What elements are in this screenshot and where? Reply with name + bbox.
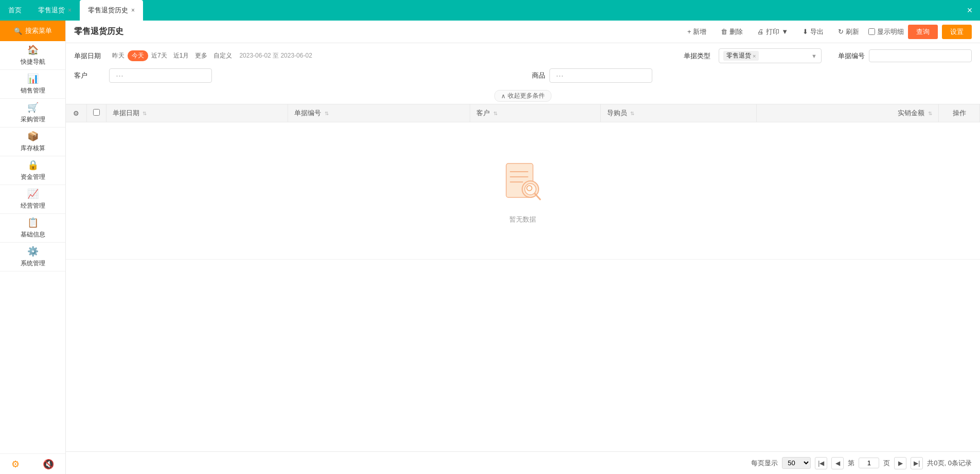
- filter-type-section: 单据类型 零售退货 × ▼: [684, 48, 822, 63]
- sidebar-search[interactable]: 🔍 搜索菜单: [0, 21, 65, 41]
- type-filter-select[interactable]: 零售退货 × ▼: [719, 48, 822, 63]
- tab-home-label: 首页: [8, 6, 22, 15]
- show-detail-checkbox[interactable]: [868, 28, 875, 35]
- page-label: 第: [848, 459, 854, 468]
- prev-page-button[interactable]: ◀: [831, 457, 844, 469]
- table-container: ⚙ 单据日期 ⇅ 单据编号 ⇅ 客户: [66, 104, 980, 451]
- date-range-display: 2023-06-02 至 2023-06-02: [239, 51, 312, 60]
- data-table: ⚙ 单据日期 ⇅ 单据编号 ⇅ 客户: [66, 104, 980, 260]
- new-button[interactable]: + 新增: [682, 25, 711, 39]
- page-size-select[interactable]: 50 20 100: [782, 457, 811, 469]
- query-button[interactable]: 查询: [908, 25, 938, 39]
- refresh-icon: ↻: [838, 28, 844, 35]
- sidebar-item-purchase-mgmt[interactable]: 🛒 采购管理: [0, 99, 65, 127]
- number-filter-label: 单据编号: [838, 51, 865, 61]
- page-title: 零售退货历史: [74, 26, 682, 37]
- search-icon: 🔍: [14, 27, 22, 35]
- show-detail-checkbox-label[interactable]: 显示明细: [868, 27, 904, 37]
- date-opt-today[interactable]: 今天: [128, 50, 148, 61]
- goods-filter-label: 商品: [532, 71, 545, 80]
- tab-retail-return[interactable]: 零售退货 ×: [30, 0, 80, 21]
- delete-icon: 🗑: [721, 28, 727, 35]
- th-date[interactable]: 单据日期 ⇅: [106, 104, 288, 122]
- sidebar-item-inventory[interactable]: 📦 库存核算: [0, 127, 65, 156]
- customer-filter-label: 客户: [74, 71, 105, 80]
- operations-icon: 📈: [27, 188, 39, 199]
- filter-row-date: 单据日期 昨天 今天 近7天 近1月 更多 自定义 2023-06-02 至 2…: [74, 48, 972, 63]
- th-amount[interactable]: 实销金额 ⇅: [757, 104, 939, 122]
- sidebar-item-quick-nav[interactable]: 🏠 快捷导航: [0, 41, 65, 70]
- print-dropdown-icon: ▼: [781, 28, 788, 35]
- finance-icon: 🔒: [27, 159, 39, 171]
- sidebar: 🔍 搜索菜单 🏠 快捷导航 📊 销售管理 🛒 采购管理 📦 库存核算 🔒 资金管…: [0, 21, 66, 474]
- date-filter-label: 单据日期: [74, 51, 105, 61]
- settings-button[interactable]: 设置: [942, 25, 972, 39]
- sidebar-item-basic-info-label: 基础信息: [21, 230, 45, 239]
- sidebar-item-system-mgmt-label: 系统管理: [21, 259, 45, 268]
- date-opt-yesterday[interactable]: 昨天: [109, 50, 128, 61]
- th-settings[interactable]: ⚙: [66, 104, 86, 122]
- main-layout: 🔍 搜索菜单 🏠 快捷导航 📊 销售管理 🛒 采购管理 📦 库存核算 🔒 资金管…: [0, 21, 980, 474]
- date-opt-more[interactable]: 更多: [192, 50, 210, 61]
- sales-icon: 📊: [27, 73, 39, 84]
- number-sort-arrows: ⇅: [325, 111, 329, 116]
- inventory-icon: 📦: [27, 131, 39, 142]
- date-sort-arrows: ⇅: [142, 111, 147, 116]
- sidebar-item-sales-mgmt-label: 销售管理: [21, 86, 45, 95]
- number-filter-input[interactable]: [869, 49, 972, 62]
- customer-filter-input[interactable]: ···: [109, 68, 212, 83]
- sidebar-item-operations-label: 经营管理: [21, 202, 45, 210]
- first-page-button[interactable]: |◀: [815, 457, 827, 469]
- print-button[interactable]: 🖨 打印 ▼: [752, 25, 793, 39]
- sidebar-item-finance[interactable]: 🔒 资金管理: [0, 156, 65, 185]
- delete-button[interactable]: 🗑 删除: [716, 25, 748, 39]
- type-tag-retail-return: 零售退货 ×: [723, 51, 759, 61]
- th-checkbox[interactable]: [86, 104, 106, 122]
- next-page-button[interactable]: ▶: [894, 457, 906, 469]
- export-button[interactable]: ⬇ 导出: [797, 25, 829, 39]
- basic-info-icon: 📋: [27, 217, 39, 228]
- date-opt-custom[interactable]: 自定义: [210, 50, 235, 61]
- current-page-input[interactable]: [859, 458, 879, 468]
- type-tag-close[interactable]: ×: [753, 53, 756, 59]
- sidebar-search-label: 搜索菜单: [25, 26, 52, 35]
- table-header-row: ⚙ 单据日期 ⇅ 单据编号 ⇅ 客户: [66, 104, 980, 122]
- total-info: 共0页, 0条记录: [927, 459, 972, 468]
- export-icon: ⬇: [803, 28, 808, 35]
- tab-retail-return-history-label: 零售退货历史: [88, 6, 128, 15]
- sidebar-item-operations[interactable]: 📈 经营管理: [0, 185, 65, 214]
- guide-sort-arrows: ⇅: [630, 111, 634, 116]
- last-page-button[interactable]: ▶|: [911, 457, 923, 469]
- tab-retail-return-history-close[interactable]: ×: [131, 7, 135, 14]
- table-body: 暂无数据: [66, 122, 980, 260]
- th-customer[interactable]: 客户 ⇅: [470, 104, 600, 122]
- svg-point-5: [525, 184, 536, 195]
- settings-bottom-icon[interactable]: ⚙: [11, 459, 20, 470]
- sidebar-item-sales-mgmt[interactable]: 📊 销售管理: [0, 70, 65, 99]
- sidebar-item-basic-info[interactable]: 📋 基础信息: [0, 214, 65, 243]
- window-close-button[interactable]: ×: [959, 0, 980, 21]
- mute-icon[interactable]: 🔇: [43, 459, 54, 470]
- sidebar-item-finance-label: 资金管理: [21, 173, 45, 181]
- sidebar-bottom: ⚙ 🔇: [0, 453, 65, 474]
- select-all-checkbox[interactable]: [93, 109, 100, 116]
- page-size-label: 每页显示: [751, 459, 778, 468]
- sidebar-item-system-mgmt[interactable]: ⚙️ 系统管理: [0, 243, 65, 271]
- sidebar-item-purchase-mgmt-label: 采购管理: [21, 115, 45, 124]
- refresh-button[interactable]: ↻ 刷新: [833, 25, 864, 39]
- sidebar-item-quick-nav-label: 快捷导航: [21, 58, 45, 66]
- date-opt-7days[interactable]: 近7天: [148, 50, 170, 61]
- collapse-button[interactable]: ∧ 收起更多条件: [494, 90, 551, 102]
- system-icon: ⚙️: [27, 246, 39, 257]
- th-guide[interactable]: 导购员 ⇅: [600, 104, 757, 122]
- tab-retail-return-close[interactable]: ×: [68, 7, 72, 14]
- close-icon: ×: [967, 5, 973, 16]
- tab-retail-return-history[interactable]: 零售退货历史 ×: [80, 0, 143, 21]
- customer-sort-arrows: ⇅: [493, 111, 497, 116]
- purchase-icon: 🛒: [27, 102, 39, 113]
- date-opt-1month[interactable]: 近1月: [170, 50, 192, 61]
- th-number[interactable]: 单据编号 ⇅: [288, 104, 470, 122]
- goods-filter-input[interactable]: ···: [549, 68, 652, 83]
- tab-home[interactable]: 首页: [0, 0, 30, 21]
- empty-state-illustration: [497, 157, 548, 209]
